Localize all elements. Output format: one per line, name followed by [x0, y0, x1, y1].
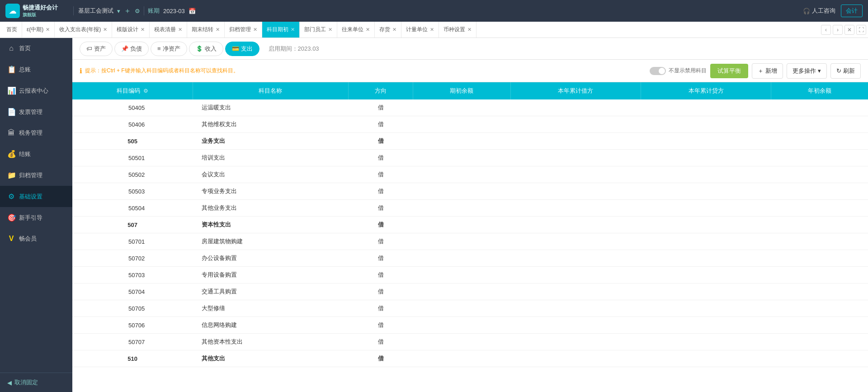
period-label: 账期: [148, 7, 160, 15]
tab-tax-clear-label: 税表清册: [154, 26, 176, 33]
help-btn[interactable]: 🎧 人工咨询: [803, 7, 835, 15]
toolbar-right: 不显示禁用科目 试算平衡 ＋ 新增 更多操作 ▾ ↻ 刷新: [650, 63, 861, 79]
sidebar-label-archive-mgmt: 归档管理: [19, 171, 42, 179]
refresh-label: 刷新: [843, 67, 855, 75]
refresh-btn[interactable]: ↻ 刷新: [830, 63, 861, 79]
table-row[interactable]: 507资本性支出借: [72, 217, 868, 233]
tab-inventory[interactable]: 存货 ✕: [375, 22, 401, 38]
table-row[interactable]: 50501培训支出借: [72, 150, 868, 166]
cell-code: 50503: [72, 183, 193, 200]
cell-period-balance: [413, 250, 510, 267]
tab-currency-setting-close[interactable]: ✕: [467, 27, 472, 33]
table-row[interactable]: 50405运温暖支出借: [72, 99, 868, 116]
tab-measure-unit[interactable]: 计量单位 ✕: [401, 22, 439, 38]
tab-interim-close[interactable]: ✕: [46, 27, 50, 33]
tab-tax-clear-close[interactable]: ✕: [178, 27, 182, 33]
sidebar-item-settlement[interactable]: 💰 结账: [0, 143, 72, 165]
cell-ytd-credit: [641, 350, 771, 367]
tab-interim[interactable]: ε(中期) ✕: [22, 22, 55, 38]
cell-period-balance: [413, 166, 510, 183]
tab-measure-unit-close[interactable]: ✕: [430, 27, 434, 33]
sub-tab-expense[interactable]: 💳 支出: [225, 42, 259, 56]
tab-measure-unit-label: 计量单位: [406, 26, 428, 33]
tab-income-expense[interactable]: 收入支出表(年报) ✕: [55, 22, 112, 38]
tab-related-unit[interactable]: 往来单位 ✕: [337, 22, 375, 38]
tab-archive[interactable]: 归档管理 ✕: [225, 22, 262, 38]
tab-expand-btn[interactable]: ⛶: [856, 25, 866, 35]
tab-template[interactable]: 模版设计 ✕: [112, 22, 150, 38]
sidebar-item-home[interactable]: ⌂ 首页: [0, 38, 72, 59]
sidebar-item-beginner-guide[interactable]: 🎯 新手引导: [0, 207, 72, 228]
cell-name: 培训支出: [193, 150, 348, 166]
tab-bar: 首页 ε(中期) ✕ 收入支出表(年报) ✕ 模版设计 ✕ 税表清册 ✕ 期末结…: [0, 22, 868, 38]
table-row[interactable]: 50503专项业务支出借: [72, 183, 868, 200]
tab-subject-period-close[interactable]: ✕: [291, 27, 295, 33]
cell-period-balance: [413, 150, 510, 166]
sub-tab-income[interactable]: 💲 收入: [189, 42, 223, 56]
tab-related-unit-close[interactable]: ✕: [366, 27, 370, 33]
top-bar-right: 🎧 人工咨询 会计: [803, 5, 863, 17]
sidebar-item-ledger[interactable]: 📋 总账: [0, 59, 72, 80]
table-row[interactable]: 50704交通工具购置借: [72, 283, 868, 300]
table-row[interactable]: 50705大型修缮借: [72, 300, 868, 317]
sidebar-pin-toggle[interactable]: ◀ 取消固定: [0, 373, 72, 392]
sub-tab-asset[interactable]: 🏷 资产: [80, 42, 113, 56]
tab-home[interactable]: 首页: [2, 22, 22, 38]
cell-code: 50706: [72, 317, 193, 334]
tab-period-end[interactable]: 期末结转 ✕: [187, 22, 225, 38]
sidebar-item-archive-mgmt[interactable]: 📁 归档管理: [0, 165, 72, 186]
tab-next-btn[interactable]: ›: [833, 25, 843, 35]
add-icon: ＋: [758, 67, 764, 75]
sidebar-label-basic-settings: 基础设置: [19, 193, 42, 201]
account-btn[interactable]: 会计: [841, 5, 863, 17]
cell-name: 其他资本性支出: [193, 334, 348, 350]
calc-balance-btn[interactable]: 试算平衡: [710, 64, 748, 78]
table-row[interactable]: 50406其他维权支出借: [72, 116, 868, 133]
tab-income-expense-close[interactable]: ✕: [103, 27, 107, 33]
cloud-report-icon: 📊: [7, 86, 15, 95]
toggle-disable-accounts[interactable]: [650, 67, 666, 75]
tab-period-end-close[interactable]: ✕: [216, 27, 220, 33]
tab-currency-setting[interactable]: 币种设置 ✕: [439, 22, 476, 38]
sidebar-item-basic-settings[interactable]: ⚙ 基础设置: [0, 186, 72, 207]
tab-inventory-close[interactable]: ✕: [392, 27, 396, 33]
cell-period-balance: [413, 350, 510, 367]
col-header-direction: 方向: [349, 82, 413, 99]
sidebar-item-invoice[interactable]: 📄 发票管理: [0, 101, 72, 123]
cell-code: 50702: [72, 250, 193, 267]
column-settings-icon[interactable]: ⚙: [143, 88, 148, 94]
table-row[interactable]: 510其他支出借: [72, 350, 868, 367]
tab-tax-clear[interactable]: 税表清册 ✕: [150, 22, 187, 38]
toggle-label: 不显示禁用科目: [669, 67, 707, 75]
sub-tab-liability[interactable]: 📌 负债: [114, 42, 149, 56]
company-dropdown-icon[interactable]: ▾: [117, 8, 120, 14]
calendar-icon[interactable]: 📅: [189, 8, 196, 14]
tab-close-all-btn[interactable]: ✕: [844, 25, 854, 35]
cell-ytd-credit: [641, 300, 771, 317]
sub-tab-net-asset[interactable]: ≡ 净资产: [151, 42, 187, 56]
table-row[interactable]: 50706信息网络购建借: [72, 317, 868, 334]
add-btn[interactable]: ＋ 新增: [752, 63, 783, 79]
table-row[interactable]: 50702办公设备购置借: [72, 250, 868, 267]
tab-dept-staff-close[interactable]: ✕: [328, 27, 332, 33]
table-row[interactable]: 505业务支出借: [72, 133, 868, 150]
tab-dept-staff[interactable]: 部门员工 ✕: [300, 22, 337, 38]
more-ops-btn[interactable]: 更多操作 ▾: [787, 63, 827, 79]
table-row[interactable]: 50707其他资本性支出借: [72, 334, 868, 350]
table-row[interactable]: 50502会议支出借: [72, 166, 868, 183]
cell-ytd-debit: [510, 250, 641, 267]
sidebar-item-tax[interactable]: 🏛 税务管理: [0, 123, 72, 143]
cell-direction: 借: [349, 217, 413, 233]
table-row[interactable]: 50701房屋建筑物购建借: [72, 233, 868, 250]
add-company-btn[interactable]: ＋: [124, 6, 131, 16]
table-row[interactable]: 50703专用设备购置借: [72, 267, 868, 283]
settings-icon[interactable]: ⚙: [135, 8, 140, 14]
table-row[interactable]: 50504其他业务支出借: [72, 200, 868, 217]
cell-ytd-debit: [510, 233, 641, 250]
tab-template-close[interactable]: ✕: [141, 27, 145, 33]
tab-subject-period[interactable]: 科目期初 ✕: [262, 22, 300, 38]
tab-archive-close[interactable]: ✕: [253, 27, 257, 33]
tab-prev-btn[interactable]: ‹: [821, 25, 831, 35]
sidebar-item-cloud-report[interactable]: 📊 云报表中心: [0, 80, 72, 101]
sidebar-item-member[interactable]: V 畅会员: [0, 228, 72, 249]
